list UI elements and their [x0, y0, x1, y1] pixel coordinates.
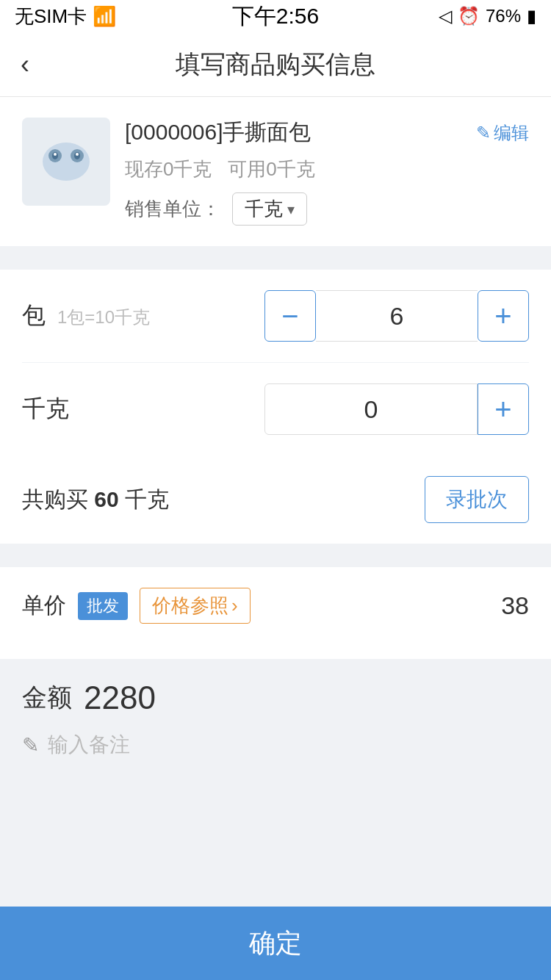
price-type-tag: 批发 — [78, 592, 128, 620]
alarm-icon: ⏰ — [458, 6, 480, 26]
pack-decrement-button[interactable]: − — [264, 290, 316, 342]
edit-button[interactable]: ✎ 编辑 — [476, 121, 529, 145]
batch-button[interactable]: 录批次 — [425, 476, 529, 523]
unit-selector[interactable]: 千克 ▾ — [232, 192, 307, 226]
product-full-name: [0000006]手撕面包 — [125, 118, 311, 148]
remark-row[interactable]: ✎ 输入备注 — [22, 731, 529, 759]
amount-value: 2280 — [84, 680, 156, 716]
pack-hint: 1包=10千克 — [57, 306, 150, 329]
status-time: 下午2:56 — [232, 1, 319, 32]
page-title: 填写商品购买信息 — [176, 48, 375, 82]
pack-quantity-input[interactable] — [316, 290, 478, 342]
back-button[interactable]: ‹ — [21, 49, 29, 80]
pack-increment-button[interactable]: + — [478, 290, 529, 342]
input-section: 包 1包=10千克 − + 千克 + — [0, 270, 551, 455]
price-value: 38 — [501, 591, 529, 620]
svg-point-0 — [43, 143, 90, 181]
battery-label: 76% — [486, 6, 521, 26]
section-divider-1 — [0, 258, 551, 270]
kg-label: 千克 — [22, 393, 69, 425]
chevron-down-icon: ▾ — [287, 201, 295, 218]
pack-controls: − + — [264, 290, 529, 342]
product-card: [0000006]手撕面包 ✎ 编辑 现存0千克 可用0千克 销售单位： 千克 … — [0, 97, 551, 246]
product-stock: 现存0千克 可用0千克 — [125, 156, 529, 182]
remark-placeholder: 输入备注 — [48, 731, 130, 759]
price-section: 单价 批发 价格参照 › 38 — [0, 567, 551, 659]
product-unit-row: 销售单位： 千克 ▾ — [125, 192, 529, 226]
status-right: ◁ ⏰ 76% ▮ — [439, 6, 536, 26]
product-info: [0000006]手撕面包 ✎ 编辑 现存0千克 可用0千克 销售单位： 千克 … — [125, 118, 529, 226]
amount-row: 金额 2280 — [22, 680, 529, 716]
pencil-icon: ✎ — [22, 733, 39, 757]
pack-input-row: 包 1包=10千克 − + — [22, 270, 529, 363]
total-section: 共购买 60 千克 录批次 — [0, 455, 551, 544]
product-image — [22, 118, 110, 206]
carrier-label: 无SIM卡 — [15, 4, 87, 29]
kg-controls: + — [264, 383, 529, 435]
kg-increment-button[interactable]: + — [478, 383, 529, 435]
location-icon: ◁ — [439, 6, 452, 26]
unit-label: 销售单位： — [125, 196, 220, 222]
section-divider-2 — [0, 555, 551, 567]
product-name-row: [0000006]手撕面包 ✎ 编辑 — [125, 118, 529, 148]
kg-input-row: 千克 + — [22, 363, 529, 455]
wifi-icon: 📶 — [93, 5, 116, 28]
price-label: 单价 — [22, 591, 66, 621]
chevron-right-icon: › — [231, 594, 238, 617]
edit-icon: ✎ — [476, 123, 491, 143]
amount-label: 金额 — [22, 681, 72, 715]
price-reference-button[interactable]: 价格参照 › — [140, 588, 251, 624]
confirm-button[interactable]: 确定 — [249, 926, 302, 962]
total-text: 共购买 60 千克 — [22, 485, 169, 515]
amount-section: 金额 2280 ✎ 输入备注 — [0, 659, 551, 779]
confirm-bar[interactable]: 确定 — [0, 907, 551, 980]
pack-label: 包 1包=10千克 — [22, 300, 150, 332]
svg-point-6 — [76, 153, 79, 156]
status-bar: 无SIM卡 📶 下午2:56 ◁ ⏰ 76% ▮ — [0, 0, 551, 32]
nav-bar: ‹ 填写商品购买信息 — [0, 32, 551, 97]
price-row: 单价 批发 价格参照 › 38 — [22, 588, 529, 624]
battery-icon: ▮ — [527, 6, 536, 26]
svg-point-5 — [54, 153, 57, 156]
unit-value: 千克 — [245, 196, 283, 222]
kg-quantity-input[interactable] — [264, 383, 478, 435]
status-left: 无SIM卡 📶 — [15, 4, 116, 29]
